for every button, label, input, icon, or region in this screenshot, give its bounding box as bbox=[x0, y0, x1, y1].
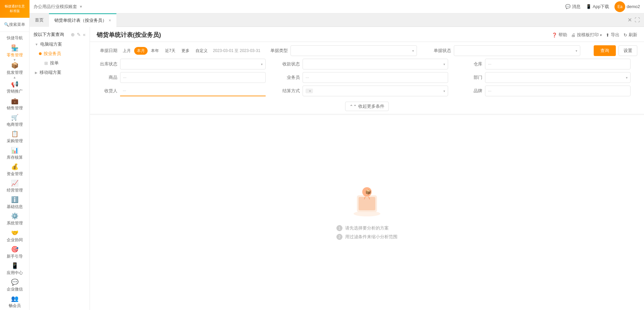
print-arrow: ▾ bbox=[600, 33, 602, 37]
out-status-input[interactable]: ▾ bbox=[120, 59, 266, 69]
query-btn[interactable]: 查询 bbox=[594, 45, 616, 56]
maximize-icon[interactable]: ⛶ bbox=[635, 17, 640, 23]
tab-home[interactable]: 首页 bbox=[30, 13, 49, 27]
search-label: 搜索菜单 bbox=[9, 22, 25, 28]
doc-type-label: 单据类型 bbox=[267, 48, 290, 54]
date-tab-7days[interactable]: 近7天 bbox=[162, 47, 178, 55]
add-plan-icon[interactable]: ⊕ bbox=[71, 32, 75, 37]
sidebar-item-apps[interactable]: 📱 应用中心 bbox=[0, 261, 30, 277]
tab-close-btn[interactable]: × bbox=[109, 18, 111, 23]
message-icon: 💬 bbox=[565, 4, 571, 9]
brand-input[interactable]: ··· bbox=[485, 86, 631, 96]
dept-input[interactable]: ▾ bbox=[485, 72, 631, 83]
sidebar-item-wholesale[interactable]: 📦 批发管理 ▲ bbox=[0, 62, 30, 79]
close-window-icon[interactable]: ✕ bbox=[628, 17, 632, 23]
user-profile[interactable]: Ea demo2 bbox=[614, 1, 640, 12]
sidebar-item-finance[interactable]: 💰 资金管理 bbox=[0, 162, 30, 178]
setting-btn[interactable]: 设置 bbox=[619, 45, 637, 56]
staff-input[interactable]: ··· bbox=[303, 72, 448, 83]
staff-label: 业务员 bbox=[279, 74, 303, 81]
app-download-btn[interactable]: 📱 App下载 bbox=[586, 4, 609, 10]
doc-status-input[interactable]: ▾ bbox=[454, 45, 580, 56]
collapse-btn[interactable]: ⌃⌃ 收起更多条件 bbox=[345, 102, 389, 111]
print-btn[interactable]: 🖨 按模板打印 ▾ bbox=[571, 32, 602, 38]
edit-plan-icon[interactable]: ✎ bbox=[77, 32, 81, 37]
sidebar-item-inventory[interactable]: 📊 库存核算 bbox=[0, 145, 30, 162]
receipt-status-chevron: ▾ bbox=[443, 62, 445, 66]
warehouse-placeholder: ··· bbox=[488, 62, 491, 66]
tree-pc-plan[interactable]: ▼ 电脑端方案 bbox=[30, 40, 90, 49]
date-tab-custom[interactable]: 自定义 bbox=[193, 47, 210, 55]
payment-tag-close[interactable]: × bbox=[309, 89, 311, 93]
active-plan-label: 按业务员 bbox=[44, 51, 61, 57]
sidebar-search[interactable]: 🔍 搜索菜单 bbox=[0, 18, 30, 32]
sidebar-item-newbie[interactable]: 🎯 新手引导 bbox=[0, 244, 30, 261]
sidebar-quick-nav[interactable]: 快捷导航 bbox=[0, 32, 30, 45]
sidebar-item-basic[interactable]: ℹ️ 基础信息 bbox=[0, 195, 30, 211]
help-btn[interactable]: ❓ 帮助 bbox=[552, 32, 567, 38]
ecommerce-icon: 🛒 bbox=[11, 114, 18, 121]
payment-tag: × bbox=[306, 89, 313, 93]
warehouse-input[interactable]: ··· bbox=[485, 59, 631, 69]
right-panel: 销货单统计表(按业务员) ❓ 帮助 🖨 按模板打印 ▾ ⬆ 导出 bbox=[90, 27, 644, 310]
enterprise-label: 企业协同 bbox=[7, 237, 23, 243]
topbar-right: 💬 消息 📱 App下载 Ea demo2 bbox=[565, 1, 640, 12]
page-header: 销货单统计表(按业务员) ❓ 帮助 🖨 按模板打印 ▾ ⬆ 导出 bbox=[90, 27, 644, 42]
topbar-left: 办公用品行业模拟账套 ▾ bbox=[34, 4, 82, 10]
collapse-panel-icon[interactable]: « bbox=[83, 32, 86, 37]
tree-active-plan[interactable]: 按业务员 bbox=[30, 49, 90, 58]
date-tab-more[interactable]: 更多 bbox=[179, 47, 192, 55]
doc-type-input[interactable]: ▾ bbox=[290, 45, 417, 56]
nav-dropdown-icon[interactable]: ▾ bbox=[80, 4, 82, 9]
sidebar-item-retail[interactable]: 🏪 零售管理 ▼ bbox=[0, 44, 30, 62]
marketing-label: 营销推广 bbox=[7, 89, 23, 94]
staff-group: 业务员 ··· bbox=[279, 72, 455, 83]
tree-sub-item[interactable]: ⊞ 按单 bbox=[30, 58, 90, 68]
sidebar-logo-text: 畅捷通好生意标准版 bbox=[3, 3, 26, 15]
date-tab-this-year[interactable]: 本年 bbox=[148, 47, 162, 55]
sidebar-item-wechat[interactable]: 💬 企业微信 bbox=[0, 277, 30, 294]
out-status-group: 出库状态 ▾ bbox=[97, 59, 272, 69]
refresh-btn[interactable]: ↻ 刷新 bbox=[624, 32, 637, 38]
warehouse-group: 仓库 ··· bbox=[462, 59, 637, 69]
message-btn[interactable]: 💬 消息 bbox=[565, 4, 581, 10]
payment-label: 结算方式 bbox=[279, 88, 303, 94]
tab-sales-report[interactable]: 销货单统计表（按业务员） × bbox=[49, 13, 116, 27]
sidebar-item-ecommerce[interactable]: 🛒 电商管理 bbox=[0, 112, 30, 129]
date-tab-this-month[interactable]: 本月 bbox=[134, 47, 148, 55]
consignee-input[interactable]: ··· bbox=[120, 86, 266, 96]
filter-row3: 商品 ··· 业务员 ··· 部门 bbox=[90, 69, 644, 83]
payment-input[interactable]: × ▾ bbox=[303, 86, 448, 96]
tree-mobile-plan[interactable]: ▶ 移动端方案 bbox=[30, 68, 90, 77]
left-panel: 按以下方案查询 ⊕ ✎ « ▼ 电脑端方案 按业务员 ⊞ 按单 ▶ bbox=[30, 27, 90, 310]
sidebar-item-member[interactable]: 👥 畅会员 bbox=[0, 294, 30, 310]
print-label: 按模板打印 bbox=[577, 32, 599, 38]
sidebar-logo: 畅捷通好生意标准版 bbox=[0, 0, 30, 18]
sidebar-item-system[interactable]: ⚙️ 系统管理 bbox=[0, 211, 30, 227]
sidebar-item-operation[interactable]: 📈 经营管理 bbox=[0, 178, 30, 195]
retail-label: 零售管理 bbox=[7, 52, 23, 58]
system-label: 系统管理 bbox=[7, 220, 23, 226]
goods-input[interactable]: ··· bbox=[120, 72, 266, 83]
collapse-arrow-icon: ⌃⌃ bbox=[350, 104, 357, 109]
sidebar-item-purchase[interactable]: 📋 采购管理 bbox=[0, 129, 30, 145]
brand-placeholder: ··· bbox=[488, 89, 491, 93]
export-btn[interactable]: ⬆ 导出 bbox=[606, 32, 620, 38]
left-panel-title: 按以下方案查询 bbox=[34, 32, 64, 38]
page-actions: ❓ 帮助 🖨 按模板打印 ▾ ⬆ 导出 ↻ 刷新 bbox=[552, 32, 637, 38]
home-tab-label: 首页 bbox=[35, 17, 44, 23]
tab-expand-area: ✕ ⛶ bbox=[624, 17, 644, 23]
receipt-status-input[interactable]: ▾ bbox=[303, 59, 448, 69]
sidebar-item-sales[interactable]: 💼 销售管理 bbox=[0, 96, 30, 112]
sidebar-item-marketing[interactable]: 📢 营销推广 bbox=[0, 79, 30, 96]
search-icon: 🔍 bbox=[4, 22, 9, 27]
brand-label: 品牌 bbox=[462, 88, 485, 94]
date-tab-last-month[interactable]: 上月 bbox=[120, 47, 133, 55]
sub-item-label: 按单 bbox=[50, 60, 59, 66]
quick-nav-label: 快捷导航 bbox=[7, 35, 23, 41]
page-title: 销货单统计表(按业务员) bbox=[97, 31, 161, 39]
doc-status-group: 单据状态 ▾ bbox=[430, 45, 587, 56]
inventory-label: 库存核算 bbox=[7, 155, 23, 160]
sidebar-item-enterprise[interactable]: 🤝 企业协同 bbox=[0, 227, 30, 244]
newbie-label: 新手引导 bbox=[7, 254, 23, 259]
